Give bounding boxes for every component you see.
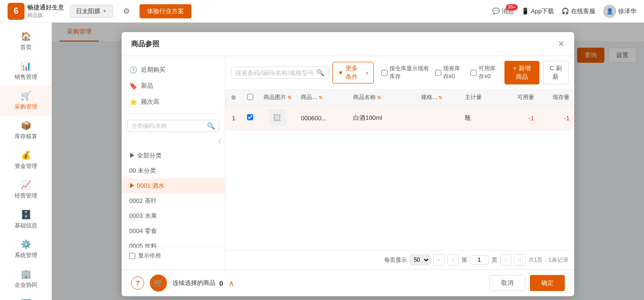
th-stock[interactable]: 现存量 <box>539 90 574 106</box>
th-image[interactable]: 商品图片 ⇅ <box>258 90 296 106</box>
logo-text-wrap: 畅捷通好生意 精品版 <box>27 3 64 19</box>
sidebar-item-finance[interactable]: 💰 资金管理 <box>0 145 51 175</box>
sidebar-item-purchase[interactable]: 🛒 采购管理 <box>0 86 51 116</box>
more-filter-btn[interactable]: ▼ 更多条件 ∧ <box>332 62 374 83</box>
total-info: 共1页，1条记录 <box>528 256 569 264</box>
sidebar-item-basic[interactable]: 🗄️ 基础信息 <box>0 205 51 234</box>
product-search-input[interactable] <box>235 69 314 76</box>
category-search[interactable]: 🔍 <box>127 120 219 132</box>
page-label: 第 <box>462 256 467 264</box>
warehouse-checkbox[interactable] <box>381 70 388 76</box>
th-unit[interactable]: 主计量 <box>460 90 495 106</box>
nav-recent-label: 近期购买 <box>141 66 165 74</box>
th-code[interactable]: 商品... ⇅ <box>296 90 348 106</box>
th-spec[interactable]: 规格... ⇅ <box>416 90 460 106</box>
cancel-btn[interactable]: 取消 <box>489 275 525 291</box>
category-0003-label: 0003 水果 <box>129 212 157 220</box>
th-name[interactable]: 商品名称 ⇅ <box>348 90 416 106</box>
confirm-btn[interactable]: 确定 <box>530 275 565 291</box>
nav-divider <box>129 114 217 114</box>
nav-new-products[interactable]: 🔖 新品 <box>122 78 225 94</box>
search-bar: 🔍 ▼ 更多条件 ∧ 按仓库显示现有库存 <box>225 56 574 90</box>
sidebar-item-enterprise[interactable]: 🏢 企业协同 <box>0 264 51 294</box>
th-select[interactable] <box>242 90 258 106</box>
category-0001[interactable]: ▶ 0001 酒水 <box>122 178 225 193</box>
store-selector[interactable]: 日太阳膜 ▼ <box>70 5 113 18</box>
app-download-btn[interactable]: 📱 App下载 <box>521 7 554 16</box>
settings-icon[interactable]: ⚙ <box>119 4 134 19</box>
messages-btn[interactable]: 💬 消息 99+ <box>492 7 514 16</box>
show-disabled-checkbox[interactable] <box>129 253 135 259</box>
sidebar-item-inventory[interactable]: 📦 库存核算 <box>0 116 51 145</box>
modal-close-btn[interactable]: ✕ <box>558 39 565 49</box>
filter-available-stock[interactable]: 现有库存≠0 <box>435 65 465 81</box>
logo-sub: 精品版 <box>27 12 64 19</box>
category-0003[interactable]: 0003 水果 <box>122 208 225 224</box>
online-service-btn[interactable]: 🎧 在线客服 <box>561 7 595 16</box>
prev-page-btn[interactable]: ‹ <box>447 254 459 266</box>
filter-by-warehouse[interactable]: 按仓库显示现有库存 <box>381 65 429 81</box>
help-btn[interactable]: ? <box>131 276 144 290</box>
new-products-icon: 🔖 <box>129 82 137 90</box>
product-data-table: ⚙ 商品图片 ⇅ 商品... ⇅ <box>225 90 574 131</box>
add-product-btn[interactable]: + 新增商品 <box>504 61 539 84</box>
nav-frequent[interactable]: ⭐ 频次高 <box>122 94 225 110</box>
th-settings[interactable]: ⚙ <box>225 90 242 106</box>
th-code-label: 商品... <box>301 94 317 100</box>
filter-usable-stock[interactable]: 可用库存≠0 <box>471 65 501 81</box>
trial-button[interactable]: 体验行业方案 <box>140 4 191 18</box>
modal-footer: ? 🛒 连续选择的商品 0 ∧ 取消 确定 <box>122 269 574 296</box>
avatar: 👤 <box>603 5 616 18</box>
category-0005-label: 0005 饮料 <box>129 242 157 248</box>
category-search-input[interactable] <box>132 123 205 129</box>
category-all[interactable]: ▶ 全部分类 <box>122 148 225 163</box>
page-input[interactable] <box>470 255 489 265</box>
category-0002[interactable]: 0002 茶叶 <box>122 193 225 208</box>
footer-collapse-btn[interactable]: ∧ <box>229 279 234 288</box>
selection-label: 连续选择的商品 <box>173 279 215 287</box>
refresh-modal-btn[interactable]: C 刷新 <box>543 61 569 84</box>
headset-icon: 🎧 <box>561 8 569 15</box>
cart-btn[interactable]: 🛒 <box>150 275 167 292</box>
th-avail[interactable]: 可用量 <box>495 90 538 106</box>
sidebar-item-business[interactable]: 📈 经营管理 <box>0 175 51 205</box>
sidebar-item-home[interactable]: 🏠 首页 <box>0 26 51 56</box>
th-spec-label: 规格... <box>421 94 437 100</box>
sidebar-item-sales[interactable]: 📊 销售管理 <box>0 56 51 86</box>
search-input-wrap[interactable]: 🔍 <box>231 67 329 79</box>
basic-icon: 🗄️ <box>21 209 31 220</box>
select-all-checkbox[interactable] <box>247 94 253 100</box>
available-stock-checkbox[interactable] <box>435 70 441 76</box>
business-icon: 📈 <box>21 180 31 190</box>
sidebar-item-guide[interactable]: 🆕 新手引导 <box>0 294 51 300</box>
category-0005[interactable]: 0005 饮料 <box>122 239 225 248</box>
nav-recent-purchase[interactable]: 🕐 近期购买 <box>122 62 225 78</box>
row-checkbox[interactable] <box>247 114 253 120</box>
first-page-btn[interactable]: « <box>433 254 445 266</box>
per-page-select[interactable]: 50 <box>410 255 430 265</box>
row-avail: -1 <box>495 106 538 131</box>
category-0004[interactable]: 0004 零食 <box>122 224 225 239</box>
sidebar-item-system[interactable]: ⚙️ 系统管理 <box>0 234 51 264</box>
usable-stock-checkbox[interactable] <box>471 70 477 76</box>
table-row[interactable]: 1 🖼 000600... 白酒100ml <box>225 106 574 131</box>
store-selector-arrow: ▼ <box>102 8 107 14</box>
th-avail-label: 可用量 <box>517 94 534 100</box>
sidebar-label-business: 经营管理 <box>15 192 37 200</box>
category-00[interactable]: 00 未分类 <box>122 163 225 178</box>
row-num: 1 <box>225 106 242 131</box>
nav-collapse-btn[interactable]: 《 <box>122 136 225 148</box>
next-page-btn[interactable]: › <box>500 254 512 266</box>
product-search-icon[interactable]: 🔍 <box>316 69 324 76</box>
product-img-placeholder: 🖼 <box>269 109 286 126</box>
user-profile-btn[interactable]: 👤 徐泽华 <box>603 5 636 18</box>
row-checkbox-cell[interactable] <box>242 106 258 131</box>
recent-purchase-icon: 🕐 <box>129 66 137 74</box>
last-page-btn[interactable]: » <box>514 254 526 266</box>
modal-title: 商品参照 <box>131 40 159 49</box>
category-list: ▶ 全部分类 00 未分类 ▶ 0001 酒水 0002 茶叶 <box>122 148 225 248</box>
per-page-label: 每页显示 <box>384 256 407 264</box>
app-download-label: App下载 <box>531 7 554 16</box>
category-search-icon[interactable]: 🔍 <box>207 122 215 130</box>
sidebar-label-finance: 资金管理 <box>15 162 37 170</box>
